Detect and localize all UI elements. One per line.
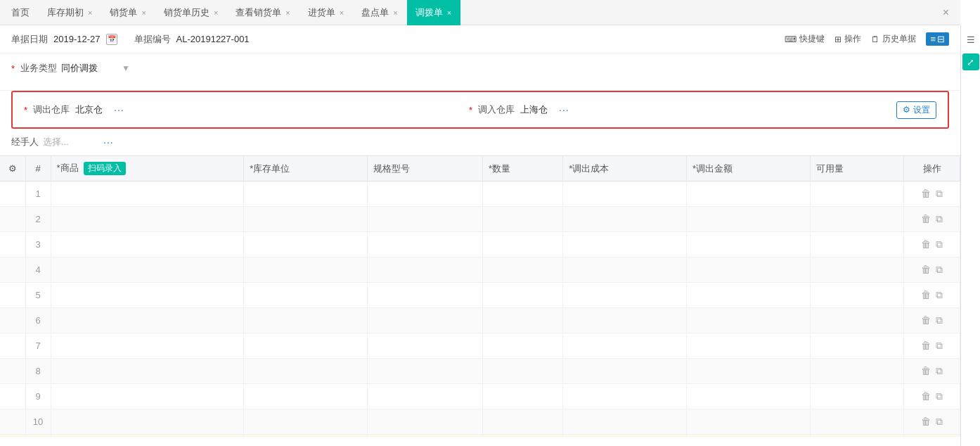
row-qty[interactable] — [483, 409, 563, 435]
row-amount[interactable] — [687, 384, 811, 409]
tab-home[interactable]: 首页 — [3, 0, 39, 25]
tab-purchase[interactable]: 进货单 × — [299, 0, 353, 25]
row-cost[interactable] — [563, 308, 687, 333]
delete-row-icon[interactable]: 🗑 — [921, 314, 931, 326]
copy-row-icon[interactable]: ⧉ — [936, 238, 943, 250]
delete-row-icon[interactable]: 🗑 — [921, 416, 931, 427]
row-qty[interactable] — [483, 232, 563, 257]
tab-sales-order[interactable]: 销货单 × — [101, 0, 155, 25]
tab-stocktake[interactable]: 盘点单 × — [353, 0, 406, 25]
row-amount[interactable] — [687, 181, 811, 207]
row-amount[interactable] — [687, 359, 811, 384]
row-amount[interactable] — [687, 207, 811, 232]
row-unit[interactable] — [244, 359, 368, 384]
settings-button[interactable]: ⚙ 设置 — [896, 101, 936, 119]
row-product[interactable] — [51, 232, 244, 257]
delete-row-icon[interactable]: 🗑 — [921, 390, 931, 402]
tab-sales-history[interactable]: 销货单历史 × — [155, 0, 227, 25]
row-product[interactable] — [51, 333, 244, 359]
tab-inventory-init-close[interactable]: × — [88, 8, 92, 17]
row-unit[interactable] — [244, 283, 368, 308]
row-unit[interactable] — [244, 257, 368, 283]
delete-row-icon[interactable]: 🗑 — [921, 289, 931, 300]
delete-row-icon[interactable]: 🗑 — [921, 264, 931, 275]
row-cost[interactable] — [563, 333, 687, 359]
delete-row-icon[interactable]: 🗑 — [921, 188, 931, 199]
row-cost[interactable] — [563, 409, 687, 435]
table-gear-col[interactable]: ⚙ — [0, 156, 25, 181]
row-qty[interactable] — [483, 359, 563, 384]
row-qty[interactable] — [483, 181, 563, 207]
tab-stocktake-close[interactable]: × — [393, 8, 397, 17]
row-product[interactable] — [51, 283, 244, 308]
row-cost[interactable] — [563, 283, 687, 308]
copy-row-icon[interactable]: ⧉ — [936, 314, 943, 326]
operations-button[interactable]: ⊞ 操作 — [834, 33, 861, 45]
handler-value[interactable]: 选择... — [43, 136, 99, 148]
copy-row-icon[interactable]: ⧉ — [936, 289, 943, 300]
warehouse-in-value[interactable]: 上海仓 — [520, 103, 548, 116]
row-unit[interactable] — [244, 207, 368, 232]
delete-row-icon[interactable]: 🗑 — [921, 340, 931, 351]
row-spec[interactable] — [368, 207, 483, 232]
tab-transfer[interactable]: 调拨单 × — [407, 0, 460, 25]
copy-row-icon[interactable]: ⧉ — [936, 416, 943, 427]
business-type-value[interactable]: 同价调拨 — [61, 62, 117, 75]
copy-row-icon[interactable]: ⧉ — [936, 340, 943, 351]
row-cost[interactable] — [563, 257, 687, 283]
shortcuts-button[interactable]: ⌨ 快捷键 — [785, 33, 825, 45]
delete-row-icon[interactable]: 🗑 — [921, 365, 931, 376]
row-cost[interactable] — [563, 359, 687, 384]
row-spec[interactable] — [368, 232, 483, 257]
row-qty[interactable] — [483, 283, 563, 308]
row-qty[interactable] — [483, 207, 563, 232]
warehouse-out-value[interactable]: 北京仓 — [75, 103, 103, 116]
row-unit[interactable] — [244, 181, 368, 207]
row-qty[interactable] — [483, 308, 563, 333]
copy-row-icon[interactable]: ⧉ — [936, 188, 943, 199]
tab-sales-history-close[interactable]: × — [214, 8, 218, 17]
row-cost[interactable] — [563, 207, 687, 232]
warehouse-in-more-button[interactable]: ··· — [559, 104, 569, 115]
row-spec[interactable] — [368, 257, 483, 283]
row-spec[interactable] — [368, 333, 483, 359]
history-button[interactable]: 🗒 历史单据 — [871, 33, 916, 45]
row-amount[interactable] — [687, 333, 811, 359]
row-qty[interactable] — [483, 384, 563, 409]
sidebar-list-icon[interactable]: ☰ — [962, 31, 979, 48]
row-amount[interactable] — [687, 257, 811, 283]
row-amount[interactable] — [687, 283, 811, 308]
scan-barcode-button[interactable]: 扫码录入 — [84, 162, 126, 175]
handler-more-button[interactable]: ··· — [103, 136, 114, 148]
row-spec[interactable] — [368, 181, 483, 207]
row-unit[interactable] — [244, 384, 368, 409]
row-product[interactable] — [51, 181, 244, 207]
row-unit[interactable] — [244, 409, 368, 435]
row-product[interactable] — [51, 359, 244, 384]
tab-transfer-close[interactable]: × — [447, 8, 451, 17]
delete-row-icon[interactable]: 🗑 — [921, 213, 931, 224]
row-amount[interactable] — [687, 409, 811, 435]
list-view-toggle[interactable]: ≡ ⊟ — [926, 32, 949, 46]
row-cost[interactable] — [563, 181, 687, 207]
row-unit[interactable] — [244, 308, 368, 333]
row-cost[interactable] — [563, 384, 687, 409]
row-qty[interactable] — [483, 257, 563, 283]
row-cost[interactable] — [563, 232, 687, 257]
tab-view-sales-close[interactable]: × — [285, 8, 290, 17]
warehouse-out-more-button[interactable]: ··· — [114, 104, 124, 115]
row-product[interactable] — [51, 384, 244, 409]
row-product[interactable] — [51, 257, 244, 283]
sidebar-expand-icon[interactable]: ⤢ — [962, 53, 979, 70]
calendar-icon[interactable]: 📅 — [106, 34, 117, 45]
row-spec[interactable] — [368, 384, 483, 409]
row-product[interactable] — [51, 409, 244, 435]
tab-sales-order-close[interactable]: × — [141, 8, 146, 17]
copy-row-icon[interactable]: ⧉ — [936, 213, 943, 224]
copy-row-icon[interactable]: ⧉ — [936, 390, 943, 402]
tab-bar-close-button[interactable]: × — [934, 6, 958, 19]
row-spec[interactable] — [368, 283, 483, 308]
row-spec[interactable] — [368, 409, 483, 435]
row-spec[interactable] — [368, 359, 483, 384]
tab-inventory-init[interactable]: 库存期初 × — [39, 0, 101, 25]
